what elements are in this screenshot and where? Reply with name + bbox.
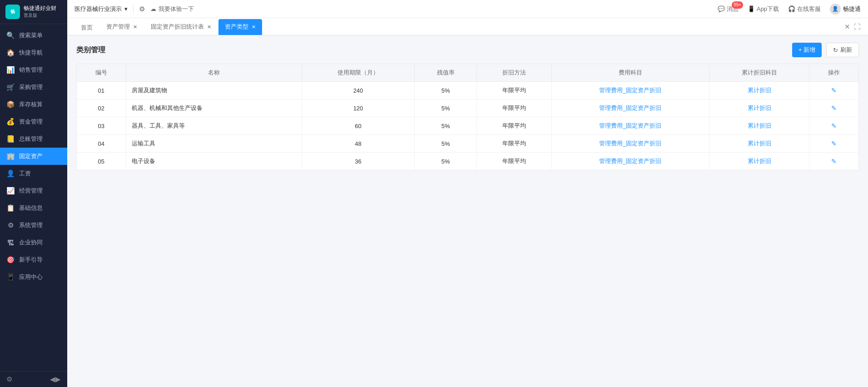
table-header-row: 编号 名称 使用期限（月） 残值率 折旧方法 费用科目 累计折旧科目 操作: [77, 64, 858, 82]
customer-service-button[interactable]: 🎧 在线客服: [788, 5, 821, 13]
cell-accumulated-2: 累计折旧: [709, 117, 809, 135]
nav-label-guide: 新手引导: [19, 256, 43, 264]
refresh-button[interactable]: ↻ 刷新: [826, 43, 859, 57]
tab-asset-type[interactable]: 资产类型 ✕: [218, 19, 262, 35]
company-name: 医疗器械行业演示: [74, 5, 122, 13]
cell-residual-1: 5%: [415, 99, 477, 117]
edit-button-2[interactable]: ✎: [831, 122, 837, 129]
sidebar-item-quick-nav[interactable]: 🏠 快捷导航: [0, 44, 67, 61]
nav-label-fixed-assets: 固定资产: [19, 152, 43, 160]
table-row: 03 器具、工具、家具等 60 5% 年限平均 管理费用_固定资产折旧 累计折旧…: [77, 117, 858, 135]
message-button[interactable]: 💬 消息 99+: [718, 5, 739, 13]
nav-label-quick-nav: 快捷导航: [19, 49, 43, 57]
cell-name-1: 机器、机械和其他生产设备: [126, 99, 302, 117]
trial-label: 我要体验一下: [159, 5, 194, 13]
edit-button-0[interactable]: ✎: [831, 87, 837, 94]
table: 编号 名称 使用期限（月） 残值率 折旧方法 费用科目 累计折旧科目 操作 01…: [77, 64, 858, 170]
topbar-settings-icon[interactable]: ⚙: [139, 5, 145, 13]
table-row: 04 运输工具 48 5% 年限平均 管理费用_固定资产折旧 累计折旧 ✎: [77, 135, 858, 153]
cell-id-3: 04: [77, 135, 126, 153]
cell-id-4: 05: [77, 153, 126, 170]
cell-name-4: 电子设备: [126, 153, 302, 170]
cell-period-2: 60: [302, 117, 414, 135]
customer-service-icon: 🎧: [788, 5, 795, 12]
trial-cloud-icon: ☁: [150, 5, 156, 12]
app-download-button[interactable]: 📱 App下载: [748, 5, 779, 13]
sidebar-item-payroll[interactable]: 👤 工资: [0, 165, 67, 182]
sidebar-item-fixed-assets[interactable]: 🏢 固定资产: [0, 148, 67, 165]
nav-label-system: 系统管理: [19, 221, 43, 229]
tab-home[interactable]: 首页: [74, 20, 99, 35]
tab-asset-type-close[interactable]: ✕: [252, 24, 256, 30]
cell-action-1: ✎: [809, 99, 858, 117]
new-button[interactable]: + 新增: [792, 43, 822, 57]
cell-method-1: 年限平均: [477, 99, 552, 117]
sidebar-item-ledger[interactable]: 📒 总账管理: [0, 130, 67, 148]
nav-label-ledger: 总账管理: [19, 135, 43, 143]
sidebar-item-enterprise[interactable]: 🏗 企业协同: [0, 234, 67, 251]
sidebar-item-search[interactable]: 🔍 搜索菜单: [0, 27, 67, 44]
cell-id-1: 02: [77, 99, 126, 117]
tab-close-window-icon[interactable]: ✕: [844, 23, 850, 31]
cell-residual-4: 5%: [415, 153, 477, 170]
company-selector[interactable]: 医疗器械行业演示 ▾: [74, 5, 128, 13]
sidebar-item-purchase[interactable]: 🛒 采购管理: [0, 79, 67, 96]
tab-depreciation-close[interactable]: ✕: [207, 24, 211, 30]
sidebar-item-inventory[interactable]: 📦 库存核算: [0, 96, 67, 113]
main-content: 医疗器械行业演示 ▾ ⚙ ☁ 我要体验一下 💬 消息 99+ 📱 App下载 🎧…: [67, 0, 868, 387]
cell-residual-3: 5%: [415, 135, 477, 153]
nav-icon-capital: 💰: [6, 118, 15, 126]
nav-icon-basic-info: 📋: [6, 204, 15, 212]
cell-accumulated-4: 累计折旧: [709, 153, 809, 170]
edit-button-1[interactable]: ✎: [831, 104, 837, 112]
trial-button[interactable]: ☁ 我要体验一下: [150, 5, 194, 13]
sidebar-item-app-center[interactable]: 📱 应用中心: [0, 268, 67, 286]
sidebar-item-sales[interactable]: 📊 销售管理: [0, 61, 67, 79]
nav-label-operations: 经营管理: [19, 187, 43, 195]
tab-asset-mgmt[interactable]: 资产管理 ✕: [100, 19, 144, 35]
nav-icon-quick-nav: 🏠: [6, 49, 15, 57]
nav-icon-sales: 📊: [6, 66, 15, 74]
table-row: 02 机器、机械和其他生产设备 120 5% 年限平均 管理费用_固定资产折旧 …: [77, 99, 858, 117]
sidebar-footer: ⚙ ◀▶: [0, 371, 67, 387]
edit-button-3[interactable]: ✎: [831, 140, 837, 147]
nav-label-payroll: 工资: [19, 169, 31, 178]
cell-name-3: 运输工具: [126, 135, 302, 153]
user-avatar: 👤: [830, 4, 841, 15]
sidebar: 畅 畅捷通好业财 普及版 🔍 搜索菜单 🏠 快捷导航 📊 销售管理 🛒 采购管理…: [0, 0, 67, 387]
tab-expand-icon[interactable]: ⛶: [854, 23, 861, 31]
sidebar-item-guide[interactable]: 🎯 新手引导: [0, 251, 67, 268]
content-area: 类别管理 + 新增 ↻ 刷新 编号 名称 使用期限（月） 残值率 折旧方法: [67, 35, 868, 387]
sidebar-item-operations[interactable]: 📈 经营管理: [0, 182, 67, 199]
cell-accumulated-0: 累计折旧: [709, 82, 809, 99]
nav-label-enterprise: 企业协同: [19, 238, 43, 247]
settings-footer-icon[interactable]: ⚙: [6, 375, 12, 383]
cell-id-0: 01: [77, 82, 126, 99]
tabbar: 首页 资产管理 ✕ 固定资产折旧统计表 ✕ 资产类型 ✕ ✕ ⛶: [67, 18, 868, 35]
sidebar-item-capital[interactable]: 💰 资金管理: [0, 113, 67, 130]
table-row: 01 房屋及建筑物 240 5% 年限平均 管理费用_固定资产折旧 累计折旧 ✎: [77, 82, 858, 99]
sidebar-nav: 🔍 搜索菜单 🏠 快捷导航 📊 销售管理 🛒 采购管理 📦 库存核算 💰 资金管…: [0, 24, 67, 371]
header-actions: + 新增 ↻ 刷新: [792, 43, 859, 57]
tab-depreciation-label: 固定资产折旧统计表: [151, 23, 204, 31]
nav-icon-fixed-assets: 🏢: [6, 152, 15, 160]
cell-name-0: 房屋及建筑物: [126, 82, 302, 99]
table-row: 05 电子设备 36 5% 年限平均 管理费用_固定资产折旧 累计折旧 ✎: [77, 153, 858, 170]
tab-home-label: 首页: [81, 24, 93, 32]
cell-period-0: 240: [302, 82, 414, 99]
collapse-icon[interactable]: ◀▶: [50, 375, 61, 383]
message-icon: 💬: [718, 5, 725, 12]
user-menu[interactable]: 👤 畅捷通: [830, 4, 861, 15]
sidebar-item-basic-info[interactable]: 📋 基础信息: [0, 199, 67, 217]
sidebar-item-system[interactable]: ⚙ 系统管理: [0, 217, 67, 234]
edit-button-4[interactable]: ✎: [831, 158, 837, 165]
tab-depreciation[interactable]: 固定资产折旧统计表 ✕: [144, 19, 218, 35]
tab-asset-mgmt-close[interactable]: ✕: [133, 24, 137, 30]
cell-expense-0: 管理费用_固定资产折旧: [551, 82, 709, 99]
sidebar-logo: 畅 畅捷通好业财 普及版: [0, 0, 67, 24]
cell-action-3: ✎: [809, 135, 858, 153]
cell-expense-3: 管理费用_固定资产折旧: [551, 135, 709, 153]
page-header: 类别管理 + 新增 ↻ 刷新: [76, 43, 859, 57]
logo-text-block: 畅捷通好业财 普及版: [24, 5, 56, 19]
topbar-right: 💬 消息 99+ 📱 App下载 🎧 在线客服 👤 畅捷通: [718, 4, 861, 15]
